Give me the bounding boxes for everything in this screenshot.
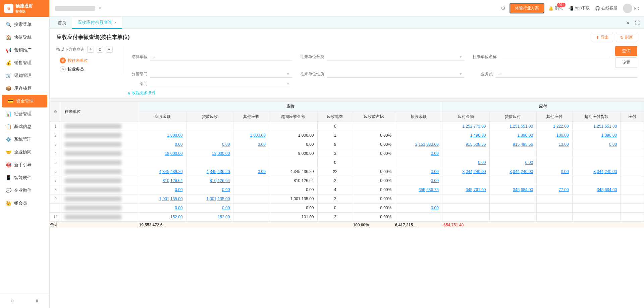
cell-link[interactable]: 0.00 [609,142,617,147]
sidebar-collapse-btn[interactable]: ⏸ [32,297,42,305]
cell-link[interactable]: 1,252,773.00 [462,124,486,129]
cell-link[interactable]: 1,390.00 [517,133,533,138]
partner-name-input[interactable] [499,56,610,58]
promo-button[interactable]: 体验行业方案 [509,3,544,13]
cell-link[interactable]: 1,251,551.00 [593,124,617,129]
dept-manage-input[interactable]: ▼ [150,71,292,78]
cell-link[interactable]: 1,000.00 [167,133,183,138]
partner-category-input[interactable]: ▼ [327,53,465,60]
export-button[interactable]: ⬆ 导出 [592,33,613,42]
breadcrumb-blurred [55,6,95,11]
cell-link[interactable]: 18,000.00 [212,151,230,156]
tab-home[interactable]: 首页 [52,17,72,29]
filter-option-salesman[interactable]: ⊙ 按业务员 [56,65,119,74]
cell-link[interactable]: 3,044,240.00 [509,169,533,174]
collapse-filter-btn[interactable]: ∧ 收起更多条件 [127,90,637,96]
cell-link[interactable]: 0.00 [431,206,438,210]
sidebar-item-system[interactable]: ⚙️ 系统管理 [0,133,49,146]
cell-link[interactable]: 1,490.00 [470,133,486,138]
filter-option-partner[interactable]: 畅 按往来单位 [56,56,119,65]
cell-link[interactable]: 345,761.00 [466,187,486,192]
sidebar-item-label: 采购管理 [14,73,32,79]
cell-link[interactable]: 655,636.75 [419,187,439,192]
sidebar-item-inventory[interactable]: 📦 库存核算 [0,82,49,95]
filter-settings-btn[interactable]: ⊙ [97,46,103,53]
cell-link[interactable]: 100.00 [556,133,569,138]
sidebar-item-search[interactable]: 🔍 搜索菜单 [0,18,49,31]
cell-link[interactable]: 915,495.56 [513,142,533,147]
cell-link[interactable]: 1,001,135.00 [206,196,230,201]
settlement-unit-input[interactable]: ··· [150,53,292,60]
cell-link[interactable]: 4,345,436.20 [159,169,183,174]
cell-link[interactable]: 915,508.56 [466,142,486,147]
sidebar-item-purchase[interactable]: 🛒 采购管理 [0,69,49,82]
cell-link[interactable]: 3,044,240.00 [593,169,617,174]
cell-link[interactable]: 0.00 [561,169,569,174]
query-button[interactable]: 查询 [615,46,637,56]
tab-maximize-btn[interactable]: ⛶ [633,19,641,27]
cell-link[interactable]: 0.00 [222,142,230,147]
dept-input[interactable]: ▼ [150,80,292,87]
cell-link[interactable]: 18,000.00 [165,151,182,156]
cell-link[interactable]: 4,345,436.20 [206,169,230,174]
tabbar: 首页 应收应付余额查询 × ✕ ⛶ [50,17,644,29]
cell-link[interactable]: 0.00 [431,178,438,183]
sidebar-item-marketing[interactable]: 📢 营销推广 [0,44,49,56]
cell-link[interactable]: 1,251,551.00 [509,124,533,129]
cell-link[interactable]: 13.00 [559,142,569,147]
sidebar-item-wechat[interactable]: 💬 企业微信 [0,184,49,197]
filter-add-btn[interactable]: + [87,46,94,53]
cell-link[interactable]: 0.00 [525,160,533,165]
cell-link[interactable]: 3,044,240.00 [462,169,486,174]
cell-link[interactable]: 0.00 [258,142,266,147]
cell-link[interactable]: 0.00 [431,151,438,156]
cell-link[interactable]: 1,390.00 [601,133,617,138]
cell-link[interactable]: 345,684.00 [513,187,533,192]
sidebar-item-operations[interactable]: 📊 经营管理 [0,107,49,120]
user-name[interactable]: Rit [623,4,639,13]
customer-service-btn[interactable]: 🎧 在线客服 [595,5,618,11]
cell-link[interactable]: 0.00 [222,187,230,192]
sidebar-item-sales[interactable]: 💰 销售管理 [0,56,49,69]
tab-receivable[interactable]: 应收应付余额查询 × [72,17,122,29]
sidebar-settings-btn[interactable]: ⚙ [7,297,17,305]
sidebar-item-quicknav[interactable]: 🏠 快捷导航 [0,31,49,44]
app-download-btn[interactable]: 📲 App下载 [568,5,590,11]
sidebar-item-enterprise[interactable]: 🤝 企业协同 [0,146,49,159]
cell-link[interactable]: 0.00 [258,169,266,174]
sidebar-item-member[interactable]: 👑 畅会员 [0,197,49,210]
cell-link[interactable]: 0.00 [175,206,182,210]
topbar-settings-icon[interactable]: ⚙ [501,5,505,11]
sidebar-item-guide[interactable]: 🎯 新手引导 [0,159,49,171]
filter-collapse-btn[interactable]: « [106,46,113,53]
cell-link[interactable]: 1,000.00 [250,133,266,138]
cell-link[interactable]: 345,684.00 [597,187,617,192]
sidebar-item-basic-info[interactable]: 📋 基础信息 [0,120,49,133]
cell-link[interactable]: 152.00 [218,215,230,219]
cell-link[interactable]: 0.00 [222,206,230,210]
cell-link[interactable]: 0.00 [431,169,438,174]
col-settings-header[interactable]: ⚙ [50,102,61,122]
refresh-button[interactable]: ↻ 刷新 [616,33,637,42]
cell-link[interactable]: 2,153,333.00 [415,142,439,147]
table-wrapper[interactable]: ⚙ 往来单位 应收 应付 应收金额 贷款应收 其他应收 超期应收金额 应收笔数 [50,101,644,308]
salesman-input[interactable]: ··· [495,71,637,78]
cell-link[interactable]: 1,001,135.00 [159,196,183,201]
table-settings-icon[interactable]: ⚙ [54,109,57,114]
cell-link[interactable]: 0.00 [175,187,182,192]
tab-close-btn[interactable]: × [114,20,116,25]
notifications-btn[interactable]: 🔔 消息 99+ [548,5,563,11]
cell-link[interactable]: 152.00 [170,215,183,219]
sidebar-item-hardware[interactable]: 📱 智能硬件 [0,171,49,184]
cell-link[interactable]: 77.00 [559,187,569,192]
tab-close-window-btn[interactable]: ✕ [624,19,632,27]
cell-link[interactable]: 810,126.64 [163,178,183,183]
settings-button[interactable]: 设置 [615,57,637,68]
sidebar-item-finance[interactable]: 💳 资金管理 [2,95,47,107]
partner-nature-input[interactable]: ▼ [327,71,465,78]
cell-link[interactable]: 0.00 [478,160,486,165]
cell-link[interactable]: 0.00 [175,142,182,147]
info-icon: 📋 [5,124,11,129]
cell-link[interactable]: 810,126.64 [210,178,230,183]
cell-link[interactable]: 1,222.00 [553,124,569,129]
